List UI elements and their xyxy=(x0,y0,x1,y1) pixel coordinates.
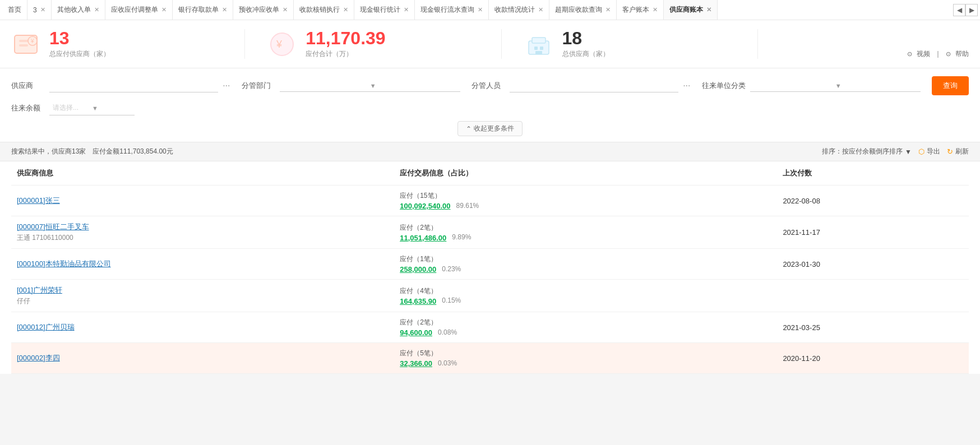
video-link[interactable]: 视频 xyxy=(917,49,930,59)
person-input[interactable] xyxy=(510,79,678,92)
payable-count: 应付（1笔） xyxy=(400,254,771,264)
payable-info-cell: 应付（4笔）164,635.900.15% xyxy=(394,280,777,312)
nav-next-button[interactable]: ▶ xyxy=(965,4,978,16)
nav-arrows: ◀ ▶ xyxy=(953,4,978,16)
help-link[interactable]: 帮助 xyxy=(955,49,969,59)
stat-block-payable-total: ¥ 11,170.39 应付合计（万） xyxy=(245,29,501,59)
collapse-button[interactable]: ⌃ 收起更多条件 xyxy=(457,121,523,136)
svg-rect-8 xyxy=(532,38,546,43)
last-payment-cell: 2021-03-25 xyxy=(777,312,969,343)
balance-filter-label: 往来余额 xyxy=(11,103,45,113)
supplier-link[interactable]: [000001]张三 xyxy=(17,196,60,205)
supplier-sub-info: 王通 17106110000 xyxy=(17,233,389,243)
export-button[interactable]: ⬡ 导出 xyxy=(918,147,940,156)
stats-wrapper: ¥ 13 总应付供应商（家） ¥ 11,170.39 应付合计（万） xyxy=(0,20,980,68)
supplier-info-cell: [000012]广州贝瑞 xyxy=(11,312,394,343)
payable-amount-link[interactable]: 32,366.00 xyxy=(400,359,432,368)
payable-amount-link[interactable]: 258,000.00 xyxy=(400,265,436,274)
supplier-input[interactable] xyxy=(49,79,218,92)
nav-tab-prepay-offset[interactable]: 预收冲应收单 ✕ xyxy=(233,0,294,20)
table-body: [000001]张三应付（15笔）100,092,540.0089.61%202… xyxy=(11,186,969,374)
search-button[interactable]: 查询 xyxy=(932,76,969,95)
nav-tab-cash-bank-flow[interactable]: 现金银行流水查询 ✕ xyxy=(415,0,489,20)
dept-filter-label: 分管部门 xyxy=(242,81,275,91)
payable-amount-link[interactable]: 94,600.00 xyxy=(400,328,432,337)
supplier-link[interactable]: [001]广州荣轩 xyxy=(17,286,62,294)
chevron-down-icon: ▼ xyxy=(370,82,457,89)
payable-amount-link[interactable]: 100,092,540.00 xyxy=(400,202,450,210)
nav-tab-customer-ledger[interactable]: 客户账本 ✕ xyxy=(617,0,664,20)
refresh-icon: ↻ xyxy=(947,147,953,156)
supplier-dots-icon[interactable]: ··· xyxy=(223,81,230,91)
stat-label-payable: 总应付供应商（家） xyxy=(49,49,110,59)
filter-supplier: 供应商 ··· xyxy=(11,79,230,92)
all-suppliers-icon xyxy=(524,30,553,59)
supplier-link[interactable]: [000012]广州贝瑞 xyxy=(17,323,75,331)
supplier-filter-label: 供应商 xyxy=(11,81,45,91)
refresh-button[interactable]: ↻ 刷新 xyxy=(947,147,969,156)
chevron-down-icon-3: ▼ xyxy=(92,105,131,112)
close-icon[interactable]: ✕ xyxy=(161,6,167,13)
nav-tab-ar-ap-adjust[interactable]: 应收应付调整单 ✕ xyxy=(105,0,173,20)
nav-tab-supplier-ledger[interactable]: 供应商账本 ✕ xyxy=(664,0,718,20)
stats-bar: ¥ 13 总应付供应商（家） ¥ 11,170.39 应付合计（万） xyxy=(0,20,980,68)
filter-balance: 往来余额 请选择... ▼ xyxy=(11,101,135,115)
supplier-info-cell: [000002]李四 xyxy=(11,343,394,374)
nav-tab-3[interactable]: 3 ✕ xyxy=(27,0,52,20)
payable-info-cell: 应付（5笔）32,366.000.03% xyxy=(394,343,777,374)
svg-text:¥: ¥ xyxy=(276,39,283,50)
close-icon[interactable]: ✕ xyxy=(478,6,483,13)
close-icon[interactable]: ✕ xyxy=(40,6,45,13)
nav-tab-overdue-ar[interactable]: 超期应收款查询 ✕ xyxy=(549,0,617,20)
close-icon[interactable]: ✕ xyxy=(94,6,99,13)
payable-percentage: 0.03% xyxy=(438,359,457,367)
result-amount: 应付金额111,703,854.00元 xyxy=(93,147,173,156)
filter-row-2: 往来余额 请选择... ▼ xyxy=(11,101,969,115)
svg-rect-11 xyxy=(535,51,542,54)
stat-text-total: 11,170.39 应付合计（万） xyxy=(306,29,385,59)
table-row: [000012]广州贝瑞应付（2笔）94,600.000.08%2021-03-… xyxy=(11,312,969,343)
stat-block-suppliers-payable: ¥ 13 总应付供应商（家） xyxy=(11,29,245,59)
close-icon[interactable]: ✕ xyxy=(653,6,658,13)
close-icon[interactable]: ✕ xyxy=(605,6,611,13)
payable-count: 应付（2笔） xyxy=(400,223,771,233)
col-header-payable: 应付交易信息（占比） xyxy=(394,161,777,186)
supplier-link[interactable]: [000007]恒旺二手叉车 xyxy=(17,222,89,231)
supplier-info-cell: [001]广州荣轩仔仔 xyxy=(11,280,394,312)
svg-text:¥: ¥ xyxy=(30,38,34,44)
nav-prev-button[interactable]: ◀ xyxy=(953,4,965,16)
dept-dropdown[interactable]: ▼ xyxy=(280,80,461,92)
person-dots-icon[interactable]: ··· xyxy=(683,81,690,91)
table-area: 供应商信息 应付交易信息（占比） 上次付数 [000001]张三应付（15笔）1… xyxy=(0,161,980,374)
close-icon[interactable]: ✕ xyxy=(404,6,409,13)
chevron-up-icon: ⌃ xyxy=(466,125,471,133)
table-row: [000007]恒旺二手叉车王通 17106110000应付（2笔）11,051… xyxy=(11,216,969,249)
nav-tab-cash-bank-stats[interactable]: 现金银行统计 ✕ xyxy=(354,0,415,20)
category-dropdown[interactable]: ▼ xyxy=(750,80,921,92)
payable-info-cell: 应付（1笔）258,000.000.23% xyxy=(394,249,777,280)
supplier-info-cell: [000007]恒旺二手叉车王通 17106110000 xyxy=(11,216,394,249)
close-icon[interactable]: ✕ xyxy=(538,6,543,13)
supplier-link[interactable]: [000100]本特勤油品有限公司 xyxy=(17,259,111,268)
last-payment-cell: 2022-08-08 xyxy=(777,186,969,216)
close-icon[interactable]: ✕ xyxy=(706,6,711,13)
close-icon[interactable]: ✕ xyxy=(222,6,227,13)
table-wrapper: 供应商信息 应付交易信息（占比） 上次付数 [000001]张三应付（15笔）1… xyxy=(11,161,969,374)
payable-amount-link[interactable]: 11,051,486.00 xyxy=(400,234,446,242)
result-summary: 搜索结果中，供应商13家 xyxy=(11,147,86,156)
payable-percentage: 89.61% xyxy=(456,202,479,210)
sort-button[interactable]: 排序：按应付余额倒序排序 ▼ xyxy=(822,147,912,156)
balance-dropdown[interactable]: 请选择... ▼ xyxy=(49,101,135,115)
circle-icon: ⊙ xyxy=(907,50,912,58)
close-icon[interactable]: ✕ xyxy=(283,6,288,13)
close-icon[interactable]: ✕ xyxy=(343,6,348,13)
nav-tab-collection-stats[interactable]: 收款情况统计 ✕ xyxy=(489,0,549,20)
nav-tab-other-income[interactable]: 其他收入单 ✕ xyxy=(52,0,105,20)
supplier-link[interactable]: [000002]李四 xyxy=(17,354,60,362)
nav-tab-payment-verify[interactable]: 收款核销执行 ✕ xyxy=(294,0,354,20)
payable-percentage: 0.08% xyxy=(438,328,457,336)
nav-tab-bank-deposit[interactable]: 银行存取款单 ✕ xyxy=(173,0,233,20)
export-icon: ⬡ xyxy=(918,147,924,156)
payable-amount-link[interactable]: 164,635.90 xyxy=(400,297,436,305)
nav-tab-home[interactable]: 首页 xyxy=(2,0,27,20)
